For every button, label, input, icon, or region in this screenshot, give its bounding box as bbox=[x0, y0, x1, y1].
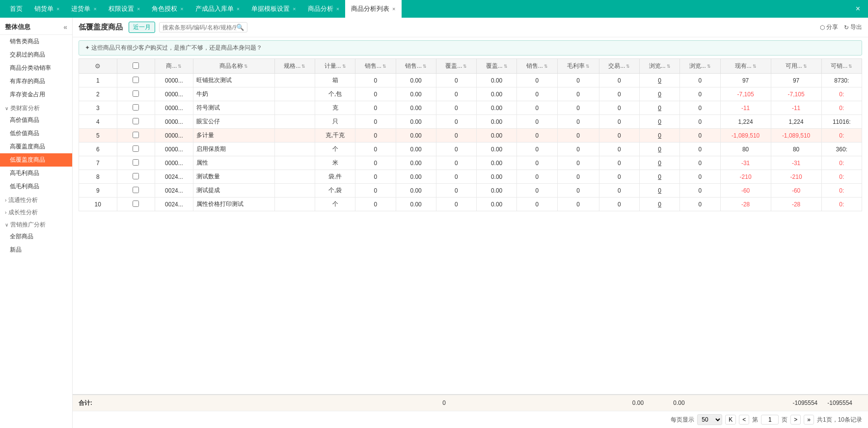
row-checkbox[interactable] bbox=[117, 156, 155, 170]
row-checkbox[interactable] bbox=[117, 129, 155, 143]
col-sales-amt[interactable]: 销售...⇅ bbox=[396, 59, 436, 74]
row-select-checkbox[interactable] bbox=[133, 118, 139, 124]
nav-tab-analysis-list[interactable]: 商品分析列表 × bbox=[345, 0, 401, 18]
row-name[interactable]: 测试提成 bbox=[193, 184, 274, 198]
share-button[interactable]: ⬡ 分享 bbox=[820, 23, 838, 31]
row-browse1[interactable]: 0 bbox=[640, 156, 680, 170]
nav-tab-purchase[interactable]: 进货单 × bbox=[65, 0, 102, 18]
row-browse1[interactable]: 0 bbox=[640, 74, 680, 87]
row-name[interactable]: 属性价格打印测试 bbox=[193, 198, 274, 211]
next-page-button[interactable]: > bbox=[790, 415, 801, 425]
nav-tab-product-in[interactable]: 产成品入库单 × bbox=[190, 0, 245, 18]
row-browse1[interactable]: 0 bbox=[640, 115, 680, 129]
sidebar-item-all-goods[interactable]: 全部商品 bbox=[0, 230, 72, 243]
row-select-checkbox[interactable] bbox=[133, 132, 139, 138]
page-size-select[interactable]: 50 10 20 100 bbox=[697, 414, 722, 425]
sidebar-item-low-coverage[interactable]: 低覆盖度商品 bbox=[0, 153, 72, 167]
sidebar-item-high-value[interactable]: 高价值商品 bbox=[0, 114, 72, 127]
col-sales-qty[interactable]: 销售...⇅ bbox=[355, 59, 396, 74]
row-select-checkbox[interactable] bbox=[133, 173, 139, 179]
col-spec[interactable]: 规格...⇅ bbox=[274, 59, 315, 74]
close-icon[interactable]: × bbox=[392, 6, 395, 12]
sidebar-item-sales-goods[interactable]: 销售类商品 bbox=[0, 35, 72, 48]
close-icon[interactable]: × bbox=[93, 6, 96, 12]
sidebar-item-low-value[interactable]: 低价值商品 bbox=[0, 127, 72, 140]
row-checkbox[interactable] bbox=[117, 101, 155, 115]
close-icon[interactable]: × bbox=[237, 6, 240, 12]
sidebar-item-high-coverage[interactable]: 高覆盖度商品 bbox=[0, 140, 72, 153]
row-checkbox[interactable] bbox=[117, 170, 155, 184]
row-name[interactable]: 符号测试 bbox=[193, 101, 274, 115]
prev-page-button[interactable]: < bbox=[739, 415, 749, 425]
row-name[interactable]: 牛奶 bbox=[193, 87, 274, 101]
row-name[interactable]: 旺铺批次测试 bbox=[193, 74, 274, 87]
col-cov2[interactable]: 覆盖...⇅ bbox=[477, 59, 517, 74]
row-select-checkbox[interactable] bbox=[133, 77, 139, 83]
col-browse2[interactable]: 浏览...⇅ bbox=[680, 59, 720, 74]
sidebar-section-wealth[interactable]: ∨ 类财富分析 bbox=[0, 101, 72, 114]
search-input[interactable] bbox=[163, 24, 236, 31]
sidebar-item-capital[interactable]: 库存资金占用 bbox=[0, 88, 72, 101]
row-checkbox[interactable] bbox=[117, 74, 155, 87]
row-checkbox[interactable] bbox=[117, 143, 155, 156]
row-name[interactable]: 测试数量 bbox=[193, 170, 274, 184]
row-name[interactable]: 启用保质期 bbox=[193, 143, 274, 156]
export-button[interactable]: ↻ 导出 bbox=[844, 23, 862, 31]
row-checkbox[interactable] bbox=[117, 198, 155, 211]
nav-tab-home[interactable]: 首页 bbox=[4, 0, 28, 18]
col-code[interactable]: 商...⇅ bbox=[155, 59, 193, 74]
row-browse1[interactable]: 0 bbox=[640, 184, 680, 198]
sidebar-header[interactable]: 整体信息 « bbox=[0, 20, 72, 35]
select-all-checkbox[interactable] bbox=[133, 62, 139, 69]
row-browse1[interactable]: 0 bbox=[640, 87, 680, 101]
col-available[interactable]: 可用...⇅ bbox=[771, 59, 821, 74]
row-browse1[interactable]: 0 bbox=[640, 129, 680, 143]
row-select-checkbox[interactable] bbox=[133, 104, 139, 111]
sidebar-item-high-margin[interactable]: 高毛利商品 bbox=[0, 167, 72, 180]
col-gear[interactable]: ⚙ bbox=[79, 59, 117, 74]
row-select-checkbox[interactable] bbox=[133, 200, 139, 207]
col-browse1[interactable]: 浏览...⇅ bbox=[640, 59, 680, 74]
sidebar-item-low-margin[interactable]: 低毛利商品 bbox=[0, 180, 72, 193]
close-icon[interactable]: × bbox=[137, 6, 140, 12]
col-cov1[interactable]: 覆盖...⇅ bbox=[436, 59, 476, 74]
row-name[interactable]: 属性 bbox=[193, 156, 274, 170]
row-select-checkbox[interactable] bbox=[133, 159, 139, 166]
col-name[interactable]: 商品名称⇅ bbox=[193, 59, 274, 74]
row-browse1[interactable]: 0 bbox=[640, 143, 680, 156]
row-checkbox[interactable] bbox=[117, 87, 155, 101]
sidebar-section-flow[interactable]: › 流通性分析 bbox=[0, 193, 72, 205]
sidebar-item-new-goods[interactable]: 新品 bbox=[0, 243, 72, 257]
nav-tab-sales[interactable]: 销货单 × bbox=[28, 0, 65, 18]
collapse-icon[interactable]: « bbox=[63, 23, 67, 31]
row-select-checkbox[interactable] bbox=[133, 90, 139, 97]
period-button[interactable]: 近一月 bbox=[129, 22, 155, 33]
sidebar-item-category-rate[interactable]: 商品分类动销率 bbox=[0, 61, 72, 75]
nav-tab-role[interactable]: 角色授权 × bbox=[146, 0, 189, 18]
nav-tab-permission[interactable]: 权限设置 × bbox=[103, 0, 146, 18]
close-all-button[interactable]: × bbox=[852, 4, 864, 13]
last-page-button[interactable]: » bbox=[804, 415, 814, 425]
close-icon[interactable]: × bbox=[336, 6, 339, 12]
row-name[interactable]: 多计量 bbox=[193, 129, 274, 143]
close-icon[interactable]: × bbox=[56, 6, 59, 12]
close-icon[interactable]: × bbox=[180, 6, 183, 12]
col-saleable[interactable]: 可销...⇅ bbox=[821, 59, 862, 74]
first-page-button[interactable]: K bbox=[725, 415, 736, 425]
sidebar-item-traded[interactable]: 交易过的商品 bbox=[0, 48, 72, 61]
col-unit[interactable]: 计量...⇅ bbox=[315, 59, 355, 74]
row-select-checkbox[interactable] bbox=[133, 145, 139, 152]
row-select-checkbox[interactable] bbox=[133, 187, 139, 193]
col-current[interactable]: 现有...⇅ bbox=[720, 59, 771, 74]
col-trans[interactable]: 交易...⇅ bbox=[599, 59, 639, 74]
page-input[interactable] bbox=[761, 415, 779, 425]
sidebar-section-marketing[interactable]: ∨ 营销推广分析 bbox=[0, 218, 72, 230]
col-checkbox[interactable] bbox=[117, 59, 155, 74]
close-icon[interactable]: × bbox=[293, 6, 296, 12]
col-margin[interactable]: 毛利率⇅ bbox=[557, 59, 599, 74]
nav-tab-template[interactable]: 单据模板设置 × bbox=[245, 0, 301, 18]
row-checkbox[interactable] bbox=[117, 184, 155, 198]
row-browse1[interactable]: 0 bbox=[640, 198, 680, 211]
row-browse1[interactable]: 0 bbox=[640, 101, 680, 115]
row-name[interactable]: 眼宝公仔 bbox=[193, 115, 274, 129]
